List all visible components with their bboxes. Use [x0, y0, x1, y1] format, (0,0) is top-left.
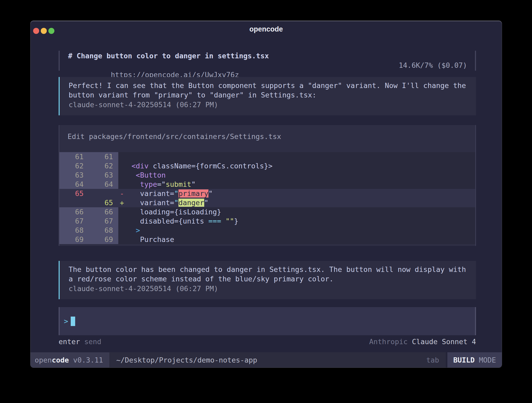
code-segment — [127, 162, 131, 170]
code-segment: " — [191, 180, 196, 188]
version-number: v0.3.11 — [69, 356, 103, 364]
session-title: # Change button color to danger in setti… — [68, 51, 467, 61]
diff-new-line-number: 68 — [89, 226, 118, 235]
screen: opencode # Change button color to danger… — [0, 0, 532, 403]
code-segment: === — [208, 217, 221, 225]
assistant-message: Perfect! I can see that the Button compo… — [59, 77, 476, 115]
diff-old-line-number: 65 — [59, 189, 89, 198]
diff-row: 6262 <div className={formCs.controls}> — [59, 161, 475, 170]
working-directory: ~/Desktop/Projects/demo-notes-app — [116, 352, 257, 368]
code-segment: > — [136, 226, 140, 234]
code-segment: loading={isLoading} — [127, 208, 221, 216]
diff-change-marker — [118, 226, 126, 235]
diff-new-line-number: 66 — [89, 207, 118, 216]
diff-code: type="submit" — [126, 180, 475, 189]
code-segment: Purchase — [127, 235, 174, 244]
send-hint: enter send — [59, 337, 101, 347]
code-segment: <Button — [136, 171, 166, 179]
edit-tool-block: Edit packages/frontend/src/containers/Se… — [59, 125, 476, 246]
text-cursor — [71, 317, 75, 326]
mode-chip[interactable]: BUILD MODE — [447, 352, 502, 368]
message-meta: claude-sonnet-4-20250514 (06:27 PM) — [69, 284, 476, 293]
diff-change-marker: + — [118, 198, 126, 207]
diff-code: <Button — [126, 170, 475, 180]
diff-change-marker — [118, 216, 126, 226]
titlebar: opencode — [30, 21, 502, 38]
diff-change-marker — [118, 170, 126, 180]
diff-new-line-number: 61 — [89, 152, 118, 161]
window-title: opencode — [30, 21, 502, 38]
diff-old-line-number: 64 — [59, 180, 89, 189]
message-meta: claude-sonnet-4-20250514 (06:27 PM) — [69, 100, 476, 110]
diff-old-line-number: 66 — [59, 207, 89, 216]
diff-code: > — [126, 226, 475, 235]
diff-code: <div className={formCs.controls}> — [126, 161, 475, 170]
diff-old-line-number: 63 — [59, 170, 89, 180]
opencode-window: opencode # Change button color to danger… — [30, 20, 502, 368]
code-segment: submit — [166, 180, 191, 188]
hint-key: enter — [59, 338, 80, 346]
code-segment: variant= — [127, 199, 174, 207]
token-usage: 14.6K/7% ($0.07) — [399, 61, 467, 70]
diff-new-line-number: 62 — [89, 161, 118, 170]
code-segment — [127, 226, 136, 234]
diff-row: 6969 Purchase — [59, 235, 475, 244]
diff-view: 61616262 <div className={formCs.controls… — [59, 152, 475, 244]
diff-code: Purchase — [126, 235, 475, 244]
diff-code: loading={isLoading} — [126, 207, 475, 216]
diff-old-line-number: 67 — [59, 216, 89, 226]
code-segment: primary — [178, 189, 208, 198]
diff-change-marker — [118, 180, 126, 189]
diff-row: 6161 — [59, 152, 475, 161]
code-segment: " — [204, 199, 208, 207]
diff-code: variant="danger" — [126, 198, 475, 207]
hint-action: send — [84, 338, 101, 346]
code-segment: type — [140, 180, 157, 188]
diff-new-line-number: 69 — [89, 235, 118, 244]
code-segment: className={formCs.controls}> — [149, 162, 272, 170]
tab-key-hint[interactable]: tab — [426, 352, 439, 368]
code-segment: =" — [157, 180, 166, 188]
diff-new-line-number: 67 — [89, 216, 118, 226]
code-segment — [127, 180, 140, 188]
diff-row: 6767 disabled={units === ""} — [59, 216, 475, 226]
app-version-chip: opencode v0.3.11 — [30, 352, 109, 368]
diff-old-line-number: 62 — [59, 161, 89, 170]
model-indicator: Anthropic Claude Sonnet 4 — [369, 337, 476, 347]
diff-change-marker — [118, 152, 126, 161]
diff-change-marker — [118, 161, 126, 170]
diff-row: 6666 loading={isLoading} — [59, 207, 475, 216]
diff-row: 65+ variant="danger" — [59, 198, 475, 207]
message-text: The button color has been changed to dan… — [69, 265, 476, 284]
diff-old-line-number: 68 — [59, 226, 89, 235]
code-segment: variant= — [127, 189, 174, 198]
code-segment: <div — [131, 162, 149, 170]
code-segment: } — [234, 217, 238, 225]
session-share-row: https://opencode.ai/s/UwJxv76z /unshare — [68, 61, 239, 70]
diff-new-line-number — [89, 189, 118, 198]
model-name: Claude Sonnet 4 — [412, 338, 476, 346]
code-segment: disabled={units — [127, 217, 208, 225]
code-segment: danger — [178, 199, 204, 207]
message-text: Perfect! I can see that the Button compo… — [69, 81, 476, 100]
code-segment — [127, 171, 136, 179]
code-segment: " — [174, 189, 178, 198]
diff-new-line-number: 65 — [89, 198, 118, 207]
status-bar: opencode v0.3.11 ~/Desktop/Projects/demo… — [30, 352, 502, 368]
diff-old-line-number: 61 — [59, 152, 89, 161]
diff-row: 6363 <Button — [59, 170, 475, 180]
diff-code: variant="primary" — [126, 189, 475, 198]
diff-old-line-number: 69 — [59, 235, 89, 244]
diff-row: 6464 type="submit" — [59, 180, 475, 189]
diff-new-line-number: 63 — [89, 170, 118, 180]
diff-row: 6868 > — [59, 226, 475, 235]
diff-new-line-number: 64 — [89, 180, 118, 189]
footer-hints: enter send Anthropic Claude Sonnet 4 — [59, 337, 476, 347]
prompt-input[interactable]: > — [59, 307, 476, 335]
diff-row: 65- variant="primary" — [59, 189, 475, 198]
code-segment: "" — [226, 217, 234, 225]
diff-change-marker: - — [118, 189, 126, 198]
provider-name: Anthropic — [369, 338, 408, 346]
session-header: # Change button color to danger in setti… — [59, 51, 476, 71]
code-segment — [221, 217, 226, 225]
